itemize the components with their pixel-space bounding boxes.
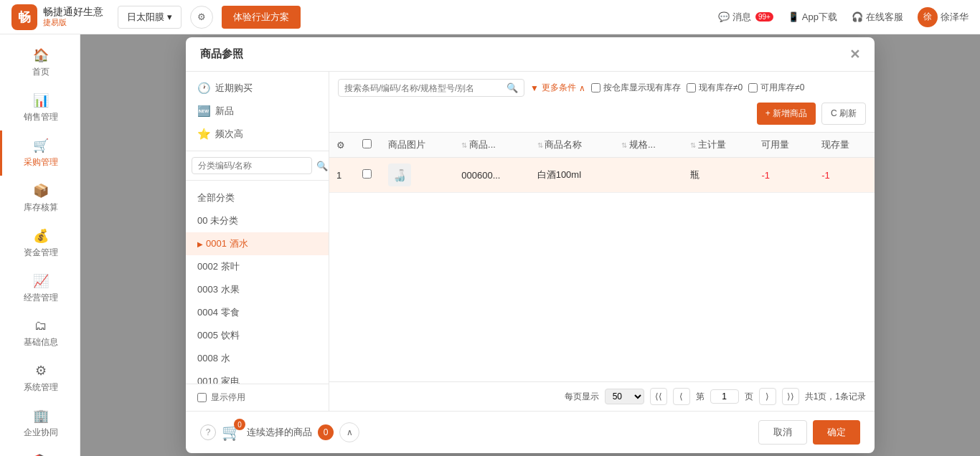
table-row[interactable]: 1 🍶 000600... 白酒100ml 瓶 bbox=[329, 158, 875, 193]
col-code[interactable]: ⇅ 商品... bbox=[454, 133, 529, 158]
avatar: 徐 bbox=[918, 7, 938, 27]
frequent-label: 频次高 bbox=[215, 128, 243, 141]
stock-ne-zero-label: 现有库存≠0 bbox=[699, 82, 743, 94]
col-stock[interactable]: 现存量 bbox=[814, 133, 875, 158]
basic-icon: 🗂 bbox=[34, 318, 47, 333]
sidebar-item-purchase[interactable]: 🛒 采购管理 bbox=[0, 130, 80, 176]
sidebar-item-enterprise[interactable]: 🏢 企业协同 bbox=[0, 401, 80, 446]
recent-purchase-tab[interactable]: 🕐 近期购买 bbox=[192, 77, 323, 99]
sidebar-item-finance[interactable]: 💰 资金管理 bbox=[0, 221, 80, 266]
arrow-icon: ▶ bbox=[197, 240, 203, 248]
category-0002[interactable]: 0002 茶叶 bbox=[186, 255, 329, 278]
category-search-button[interactable]: 🔍 bbox=[316, 157, 328, 174]
user-profile[interactable]: 徐 徐泽华 bbox=[918, 7, 969, 27]
col-settings[interactable]: ⚙ bbox=[329, 133, 355, 158]
product-search-icon[interactable]: 🔍 bbox=[507, 82, 518, 93]
sort-icon4: ⇅ bbox=[690, 141, 698, 149]
store-selector[interactable]: 日太阳膜 ▾ bbox=[118, 6, 182, 29]
refresh-button[interactable]: C 刷新 bbox=[821, 103, 866, 125]
modal-header: 商品参照 ✕ bbox=[186, 37, 875, 72]
page-number-input[interactable] bbox=[710, 389, 739, 404]
col-unit[interactable]: ⇅ 主计量 bbox=[683, 133, 754, 158]
system-icon: ⚙ bbox=[35, 363, 47, 379]
app-download-nav-item[interactable]: 📱 App下载 bbox=[788, 11, 837, 24]
sidebar-item-system[interactable]: ⚙ 系统管理 bbox=[0, 356, 80, 401]
collapse-footer-button[interactable]: ∧ bbox=[339, 422, 359, 442]
main-layout: 🏠 首页 📊 销售管理 🛒 采购管理 📦 库存核算 💰 资金管理 📈 经营管理 … bbox=[0, 34, 980, 456]
page-size-select[interactable]: 20 50 100 bbox=[605, 389, 644, 404]
category-0008[interactable]: 0008 水 bbox=[186, 347, 329, 370]
frequent-tab[interactable]: ⭐ 频次高 bbox=[192, 123, 323, 145]
category-0002-label: 0002 茶叶 bbox=[197, 260, 240, 273]
logo-icon: 畅 bbox=[11, 4, 37, 30]
col-available[interactable]: 可用量 bbox=[754, 133, 814, 158]
star-icon: ⭐ bbox=[197, 128, 211, 141]
next-page-button[interactable]: ⟩ bbox=[759, 388, 776, 405]
modal-body: 🕐 近期购买 🆕 新品 ⭐ 频次高 bbox=[186, 72, 875, 411]
category-0004[interactable]: 0004 零食 bbox=[186, 301, 329, 324]
new-products-tab[interactable]: 🆕 新品 bbox=[192, 100, 323, 122]
filter-stock-not-zero: 现有库存≠0 bbox=[687, 82, 743, 94]
category-0001[interactable]: ▶ 0001 酒水 bbox=[186, 232, 329, 255]
cancel-button[interactable]: 取消 bbox=[758, 420, 807, 445]
category-0005[interactable]: 0005 饮料 bbox=[186, 324, 329, 347]
col-spec-label: 规格... bbox=[629, 139, 656, 150]
sidebar-item-home[interactable]: 🏠 首页 bbox=[0, 40, 80, 85]
app-download-label: App下载 bbox=[802, 11, 837, 24]
sidebar-item-guide[interactable]: 📚 新手引导 bbox=[0, 446, 80, 456]
filter-icon: ▼ bbox=[530, 83, 539, 93]
category-0010[interactable]: 0010 家电 bbox=[186, 370, 329, 384]
show-disabled-checkbox[interactable] bbox=[197, 393, 207, 402]
settings-icon[interactable]: ⚙ bbox=[190, 6, 213, 29]
product-table-wrap: ⚙ 商品图片 ⇅ 商品... bbox=[329, 133, 875, 381]
prev-page-button[interactable]: ⟨ bbox=[673, 388, 690, 405]
add-product-button[interactable]: + 新增商品 bbox=[757, 103, 816, 125]
sidebar-item-operation[interactable]: 📈 经营管理 bbox=[0, 266, 80, 311]
more-filters-button[interactable]: ▼ 更多条件 ∧ bbox=[530, 82, 585, 94]
col-available-label: 可用量 bbox=[761, 139, 789, 150]
modal-close-button[interactable]: ✕ bbox=[849, 48, 860, 61]
sidebar: 🏠 首页 📊 销售管理 🛒 采购管理 📦 库存核算 💰 资金管理 📈 经营管理 … bbox=[0, 34, 80, 456]
first-page-button[interactable]: ⟨⟨ bbox=[650, 388, 667, 405]
sidebar-purchase-label: 采购管理 bbox=[24, 156, 58, 168]
help-icon[interactable]: ? bbox=[200, 424, 216, 440]
category-all[interactable]: 全部分类 bbox=[186, 186, 329, 209]
confirm-button[interactable]: 确定 bbox=[813, 420, 860, 445]
online-service-nav-item[interactable]: 🎧 在线客服 bbox=[852, 11, 903, 24]
category-00[interactable]: 00 未分类 bbox=[186, 209, 329, 232]
cell-stock: -1 bbox=[814, 158, 875, 193]
footer-info: ? 🛒 0 连续选择的商品 0 ∧ bbox=[200, 422, 359, 442]
username-label: 徐泽华 bbox=[941, 11, 969, 24]
category-0008-label: 0008 水 bbox=[197, 352, 230, 365]
message-icon: 💬 bbox=[718, 11, 730, 22]
product-search-input[interactable] bbox=[344, 83, 504, 93]
modal-title: 商品参照 bbox=[200, 47, 243, 61]
sidebar-item-inventory[interactable]: 📦 库存核算 bbox=[0, 176, 80, 221]
try-industry-button[interactable]: 体验行业方案 bbox=[222, 6, 301, 29]
stock-ne-zero-checkbox[interactable] bbox=[687, 83, 696, 92]
sort-icon: ⇅ bbox=[461, 141, 469, 149]
sidebar-inventory-label: 库存核算 bbox=[24, 201, 58, 214]
sidebar-item-basic[interactable]: 🗂 基础信息 bbox=[0, 311, 80, 356]
col-spec[interactable]: ⇅ 规格... bbox=[614, 133, 683, 158]
last-page-button[interactable]: ⟩⟩ bbox=[782, 388, 799, 405]
cell-spec bbox=[614, 158, 683, 193]
col-name[interactable]: ⇅ 商品名称 bbox=[530, 133, 615, 158]
messages-nav-item[interactable]: 💬 消息 99+ bbox=[718, 11, 773, 24]
recent-icon: 🕐 bbox=[197, 82, 211, 95]
continuous-select-label: 连续选择的商品 bbox=[247, 426, 312, 439]
col-code-label: 商品... bbox=[469, 139, 496, 150]
page-size-label: 每页显示 bbox=[565, 391, 599, 403]
warehouse-checkbox[interactable] bbox=[591, 83, 600, 92]
col-stock-label: 现存量 bbox=[821, 139, 849, 150]
category-0003[interactable]: 0003 水果 bbox=[186, 278, 329, 301]
sidebar-item-sales[interactable]: 📊 销售管理 bbox=[0, 85, 80, 130]
home-icon: 🏠 bbox=[33, 47, 49, 63]
logo-name: 畅捷通好生意 bbox=[43, 6, 103, 18]
row-checkbox[interactable] bbox=[362, 169, 372, 179]
available-ne-zero-checkbox[interactable] bbox=[748, 83, 758, 92]
select-all-checkbox[interactable] bbox=[362, 139, 372, 148]
new-icon: 🆕 bbox=[197, 105, 211, 118]
category-search-input[interactable] bbox=[192, 157, 312, 174]
cart-wrap[interactable]: 🛒 0 bbox=[222, 423, 241, 442]
